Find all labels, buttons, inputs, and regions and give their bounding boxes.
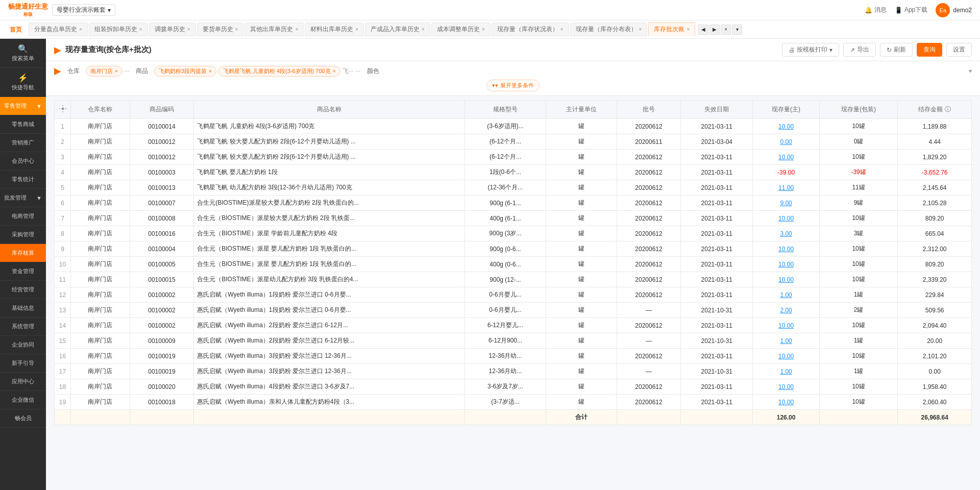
close-icon[interactable]: × <box>295 27 298 32</box>
row-qty-pkg: 10罐 <box>819 150 897 165</box>
row-amount: 509.56 <box>898 303 972 318</box>
close-icon[interactable]: × <box>639 27 642 32</box>
row-qty[interactable]: 10.00 <box>753 395 820 410</box>
row-code: 00100002 <box>130 303 194 318</box>
row-qty[interactable]: 10.00 <box>753 211 820 226</box>
goods-filter-more[interactable]: 飞··· <box>342 67 354 76</box>
row-qty[interactable]: 3.00 <box>753 226 820 241</box>
sidebar-item-operation[interactable]: 经营管理 <box>0 281 46 299</box>
row-qty[interactable]: 10.00 <box>753 257 820 272</box>
row-expire: 2021-10-31 <box>681 303 753 318</box>
filter-expand-arrow[interactable]: ▶ <box>54 65 61 77</box>
row-qty[interactable]: 0.00 <box>753 134 820 150</box>
sidebar-item-wechat[interactable]: 企业微信 <box>0 391 46 409</box>
row-qty[interactable]: 10.00 <box>753 150 820 165</box>
sidebar-item-basic[interactable]: 基础信息 <box>0 299 46 317</box>
filter-more-dots[interactable]: ··· <box>125 67 130 75</box>
tag-close-icon[interactable]: × <box>115 68 118 74</box>
username: demo2 <box>953 7 972 14</box>
tab-xiancunfenbu[interactable]: 现存量（库存分布表） × <box>570 22 648 36</box>
row-code: 00100008 <box>130 211 194 226</box>
row-qty[interactable]: 1.00 <box>753 287 820 303</box>
export-button[interactable]: ↗ 导出 <box>843 43 876 57</box>
tab-xiancunzhuangtai[interactable]: 现存量（库存状况表） × <box>492 22 569 36</box>
goods-more-dots[interactable]: ··· <box>356 67 361 75</box>
tag-close-icon[interactable]: × <box>209 68 212 74</box>
tab-kucunpici[interactable]: 库存批次账 × <box>648 22 695 36</box>
sidebar-item-ecommerce[interactable]: 电商管理 <box>0 207 46 226</box>
close-icon[interactable]: × <box>560 27 564 32</box>
messages-button[interactable]: 🔔 消息 <box>865 6 887 14</box>
close-icon[interactable]: × <box>139 27 142 32</box>
row-warehouse: 南岸门店 <box>71 364 130 379</box>
row-qty[interactable]: 10.00 <box>753 119 820 134</box>
row-qty[interactable]: 10.00 <box>753 241 820 257</box>
row-qty[interactable]: 9.00 <box>753 195 820 211</box>
sidebar-item-member[interactable]: 会员中心 <box>0 152 46 170</box>
tab-chenben[interactable]: 成本调整单历史 × <box>431 22 491 36</box>
close-icon[interactable]: × <box>79 27 82 32</box>
print-button[interactable]: 🖨 按模板打印 ▾ <box>782 43 839 57</box>
tab-diaobodanlishi[interactable]: 调拨单历史 × <box>149 22 196 36</box>
tab-menu-button[interactable]: ▾ <box>732 24 742 35</box>
expand-more-label: 展开更多条件 <box>500 82 534 89</box>
row-qty[interactable]: 10.00 <box>753 272 820 287</box>
sidebar-item-wholesale[interactable]: 批发管理 ▼ <box>0 189 46 207</box>
row-qty[interactable]: 10.00 <box>753 349 820 364</box>
sidebar-item-purchase[interactable]: 采购管理 <box>0 226 46 244</box>
row-qty[interactable]: 10.00 <box>753 318 820 333</box>
row-qty[interactable]: 10.00 <box>753 379 820 395</box>
sidebar-item-marketing[interactable]: 营销推广 <box>0 134 46 152</box>
query-button[interactable]: 查询 <box>917 43 942 57</box>
tab-prev-button[interactable]: ◀ <box>698 24 708 35</box>
row-qty[interactable]: 1.00 <box>753 333 820 349</box>
sidebar-item-retail[interactable]: 零售管理 ▼ <box>0 97 46 115</box>
row-qty[interactable]: 11.00 <box>753 180 820 195</box>
user-profile[interactable]: Ea demo2 <box>936 3 972 17</box>
tab-chengpinruku[interactable]: 产成品入库单历史 × <box>365 22 430 36</box>
row-code: 00100002 <box>130 287 194 303</box>
sidebar-item-enterprise[interactable]: 企业协同 <box>0 336 46 354</box>
avatar-text: Ea <box>940 7 946 13</box>
tab-close-button[interactable]: × <box>721 24 731 35</box>
refresh-button[interactable]: ↻ 刷新 <box>880 43 913 57</box>
tab-fenliangpandian[interactable]: 分量盘点单历史 × <box>29 22 88 36</box>
sidebar-item-quick[interactable]: ⚡ 快捷导航 <box>0 68 46 97</box>
sidebar-item-vip[interactable]: 畅会员 <box>0 409 46 428</box>
tab-label: 成本调整单历史 <box>437 25 480 34</box>
app-download-button[interactable]: 📱 App下载 <box>895 6 927 14</box>
close-icon[interactable]: × <box>422 27 425 32</box>
settings-icon[interactable] <box>59 105 67 113</box>
close-icon[interactable]: × <box>687 27 690 32</box>
tab-home[interactable]: 首页 <box>4 23 28 36</box>
sidebar-item-inventory[interactable]: 库存核算 <box>0 244 46 262</box>
close-icon[interactable]: × <box>482 27 485 32</box>
close-icon[interactable]: × <box>235 27 238 32</box>
row-amount: 2,339.20 <box>898 272 972 287</box>
expand-arrow[interactable]: ▶ <box>54 44 61 56</box>
sidebar-item-system[interactable]: 系统管理 <box>0 317 46 336</box>
close-icon[interactable]: × <box>187 27 190 32</box>
settings-button[interactable]: 设置 <box>946 43 972 57</box>
sidebar-item-finance[interactable]: 资金管理 <box>0 262 46 281</box>
row-number: 8 <box>55 226 71 241</box>
sidebar-item-guide[interactable]: 新手引导 <box>0 354 46 373</box>
row-qty[interactable]: 1.00 <box>753 364 820 379</box>
tab-yaohuo[interactable]: 要货单历史 × <box>197 22 244 36</box>
close-icon[interactable]: × <box>355 27 358 32</box>
sidebar-item-shop[interactable]: 零售商城 <box>0 115 46 134</box>
tag-close-icon[interactable]: × <box>333 68 336 74</box>
color-dropdown-icon[interactable]: ▾ <box>969 67 972 75</box>
table-row: 13 南岸门店 00100002 惠氏启赋（Wyeth illuma）1段奶粉 … <box>55 303 972 318</box>
sidebar-item-search[interactable]: 🔍 搜索英单 <box>0 39 46 68</box>
sidebar-item-appcenter[interactable]: 应用中心 <box>0 373 46 391</box>
tab-next-button[interactable]: ▶ <box>709 24 720 35</box>
row-qty[interactable]: 2.00 <box>753 303 820 318</box>
tab-zuzhuangchaijian[interactable]: 组装拆卸单历史 × <box>89 22 148 36</box>
sidebar-item-stats[interactable]: 零售统计 <box>0 170 46 189</box>
col-code: 商品编码 <box>130 101 194 119</box>
tab-cailiaochuku[interactable]: 材料出库单历史 × <box>305 22 364 36</box>
expand-more-button[interactable]: ▾▾ 展开更多条件 <box>486 80 540 91</box>
org-selector[interactable]: 母婴行业演示账套 ▾ <box>52 4 115 16</box>
tab-qitachuku[interactable]: 其他出库单历史 × <box>244 22 304 36</box>
